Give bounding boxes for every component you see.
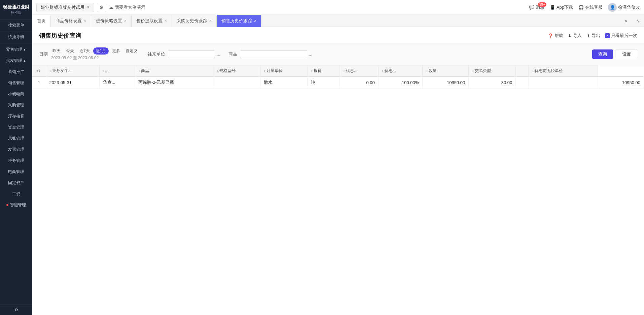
page-actions: ❓ 帮助 ⬇ 导入 ⬆ 导出 ✓ 只看最后一次 — [548, 33, 637, 39]
messages-btn[interactable]: 💬 消息 99+ — [529, 4, 544, 10]
tab-price-extract-close[interactable]: × — [165, 19, 167, 23]
goods-input[interactable] — [240, 50, 307, 58]
logo-sub: 标准版 — [3, 10, 30, 15]
cell-trade-type — [516, 77, 529, 89]
goods-dots[interactable]: ... — [309, 51, 313, 57]
from-unit-dots[interactable]: ... — [216, 51, 220, 57]
col-pretax-price[interactable]: ↕ 优惠前无税单价 — [529, 65, 598, 77]
win-close-btn[interactable]: × — [620, 15, 632, 27]
date-btn-more[interactable]: 更多 — [110, 47, 122, 55]
date-filter-group: 日期 昨天 今天 近7天 近1月 更多 自定义 2023-05-02 至 202… — [39, 47, 140, 61]
col-unit[interactable]: ↕ 计量单位 — [260, 65, 307, 77]
date-btn-custom[interactable]: 自定义 — [123, 47, 140, 55]
col-quantity[interactable]: ↕ 数量 — [423, 65, 469, 77]
sidebar-item-inventory[interactable]: 库存核算 — [0, 111, 32, 122]
phone-icon: 📱 — [550, 5, 555, 10]
col-goods[interactable]: ↕ 商品 — [135, 65, 213, 77]
messages-badge: 99+ — [538, 2, 546, 7]
tab-sales-history[interactable]: 销售历史价跟踪 × — [217, 15, 261, 27]
table-header-row: ⚙ ↕ 业务发生... ↕ ... — [32, 65, 644, 77]
message-icon: 💬 — [529, 5, 534, 10]
sidebar-item-ecom[interactable]: 电商管理 — [0, 166, 32, 177]
cell-unit: 散水 — [260, 77, 307, 89]
page-title: 销售历史价查询 — [39, 32, 81, 40]
col-empty — [516, 65, 529, 77]
table-row: 1 2023-05-31 华查... 丙烯酸-2-乙基己酯 散水 吨 0.00 … — [32, 77, 644, 89]
goods-input-wrap: ... — [240, 50, 313, 58]
sidebar-item-purchase[interactable]: 采购管理 — [0, 100, 32, 111]
win-maximize-btn[interactable]: ⤡ — [632, 15, 644, 27]
goods-label: 商品 — [228, 51, 237, 57]
topbar-title-text: 好业财标准版交付试用 — [41, 4, 84, 10]
col-trade-type[interactable]: ↕ 交易类型 — [469, 65, 516, 77]
last-only-checkbox[interactable]: ✓ — [605, 33, 610, 38]
import-btn[interactable]: ⬇ 导入 — [568, 33, 582, 39]
query-btn[interactable]: 查询 — [592, 49, 613, 59]
col-spec[interactable]: ↕ 规格型号 — [213, 65, 260, 77]
sidebar-item-wholesale[interactable]: 批发管理 ▲ — [0, 55, 32, 66]
tab-purchase-history-close[interactable]: × — [209, 19, 212, 23]
topbar-settings-btn[interactable]: ⚙ — [97, 3, 106, 12]
sidebar-item-sales[interactable]: 销售管理 — [0, 77, 32, 89]
sidebar-item-ai[interactable]: 智能管理 — [0, 200, 32, 211]
last-only-toggle[interactable]: ✓ 只看最后一次 — [605, 33, 637, 39]
wholesale-arrow: ▲ — [23, 59, 26, 63]
sidebar-search[interactable]: 搜索菜单 — [0, 20, 32, 31]
settings-btn[interactable]: 设置 — [616, 49, 637, 59]
online-service-btn[interactable]: 🎧 在线客服 — [578, 4, 603, 10]
tab-price-settings[interactable]: 商品价格设置 × — [51, 15, 91, 27]
tab-sales-history-close[interactable]: × — [254, 19, 256, 23]
user-btn[interactable]: 👤 徐泽华修改 — [608, 3, 640, 12]
col-settings-icon[interactable]: ⚙ — [32, 65, 46, 77]
page-area: 销售历史价查询 ❓ 帮助 ⬇ 导入 ⬆ 导出 ✓ 只看最后一次 — [32, 27, 644, 315]
service-label: 在线客服 — [585, 4, 603, 10]
date-btn-yesterday[interactable]: 昨天 — [50, 47, 63, 55]
tab-purchase-history[interactable]: 采购历史价跟踪 × — [172, 15, 217, 27]
export-btn[interactable]: ⬆ 导出 — [586, 33, 600, 39]
topbar-title[interactable]: 好业财标准版交付试用 ▼ — [36, 3, 94, 12]
cell-quantity: 30.00 — [469, 77, 516, 89]
col-date[interactable]: ↕ 业务发生... — [46, 65, 99, 77]
date-btn-today[interactable]: 今天 — [64, 47, 76, 55]
sidebar-logo: 畅捷通好业财 标准版 — [0, 0, 32, 20]
tab-price-extract[interactable]: 售价提取设置 × — [132, 15, 172, 27]
date-btn-7days[interactable]: 近7天 — [77, 47, 92, 55]
sidebar-nav[interactable]: 快捷导航 — [0, 31, 32, 42]
tab-home[interactable]: 首页 — [32, 15, 51, 27]
sidebar-item-retail[interactable]: 零售管理 ▼ — [0, 44, 32, 55]
from-unit-input-wrap: ... — [168, 50, 220, 58]
sidebar-item-finance[interactable]: 资金管理 — [0, 122, 32, 133]
ai-dot — [6, 204, 8, 206]
sidebar-settings-icon[interactable]: ⚙ — [0, 305, 32, 315]
col-quote[interactable]: ↕ 报价 — [307, 65, 339, 77]
logo-name: 畅捷通好业财 — [3, 4, 30, 10]
cell-pretax-price: 10950.00 — [598, 77, 644, 89]
cell-discount-pct: 100.00% — [378, 77, 423, 89]
help-btn[interactable]: ❓ 帮助 — [548, 33, 563, 39]
sidebar-item-marketing[interactable]: 营销推广 — [0, 66, 32, 77]
cell-quote: 0.00 — [340, 77, 379, 89]
from-unit-filter-group: 往来单位 ... — [148, 50, 220, 58]
col-discount-pct[interactable]: ↕ 优惠... — [340, 65, 379, 77]
import-icon: ⬇ — [568, 33, 572, 38]
col-extra[interactable]: ↕ ... — [99, 65, 135, 77]
sidebar-item-ledger[interactable]: 总账管理 — [0, 133, 32, 144]
tab-price-settings-close[interactable]: × — [84, 19, 86, 23]
topbar-demo-btn[interactable]: ☁ 我要看实例演示 — [109, 4, 145, 10]
sidebar-item-assets[interactable]: 固定资产 — [0, 177, 32, 188]
cell-col12 — [529, 77, 598, 89]
export-icon: ⬆ — [586, 33, 590, 38]
filter-area: 日期 昨天 今天 近7天 近1月 更多 自定义 2023-05-02 至 202… — [32, 43, 644, 65]
tab-purchase-strategy-close[interactable]: × — [124, 19, 127, 23]
from-unit-input[interactable] — [168, 50, 215, 58]
sidebar-item-ecom-small[interactable]: 小畅电商 — [0, 89, 32, 100]
sidebar-item-salary[interactable]: 工资 — [0, 188, 32, 200]
tab-purchase-strategy[interactable]: 进价策略设置 × — [91, 15, 132, 27]
date-buttons: 昨天 今天 近7天 近1月 更多 自定义 — [50, 47, 140, 55]
sidebar-item-invoice[interactable]: 发票管理 — [0, 144, 32, 155]
cell-col3: 华查... — [99, 77, 135, 89]
sidebar-item-tax[interactable]: 税务管理 — [0, 155, 32, 166]
date-btn-1month[interactable]: 近1月 — [93, 47, 109, 55]
app-download-btn[interactable]: 📱 App下载 — [550, 4, 573, 10]
col-discount-amt[interactable]: ↕ 优惠... — [378, 65, 423, 77]
